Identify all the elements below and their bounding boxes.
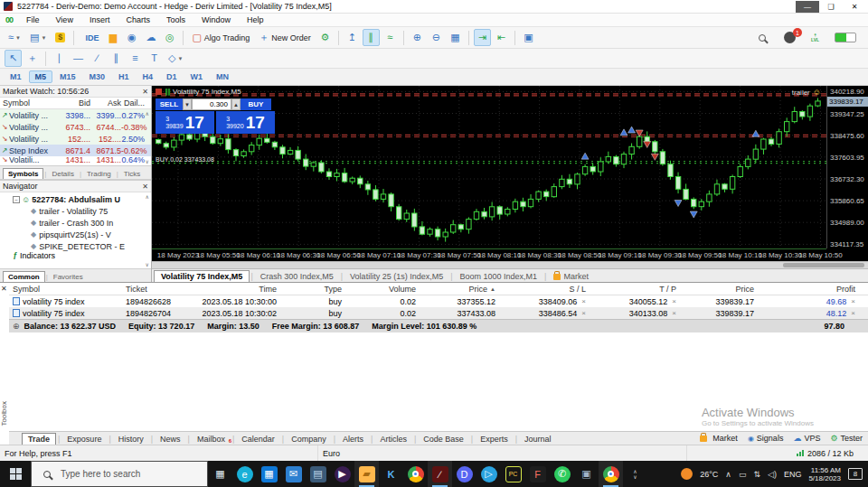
quotes-icon[interactable]: $ — [52, 29, 69, 46]
close-icon[interactable]: ✕ — [142, 183, 148, 191]
close-icon[interactable]: ✕ — [142, 88, 148, 96]
timeframe-d1[interactable]: D1 — [160, 70, 184, 83]
volume-input[interactable]: 0.300 — [192, 98, 231, 110]
sell-price-display[interactable]: 3 39839 17 — [156, 111, 214, 134]
menu-insert[interactable]: Insert — [81, 15, 118, 24]
timeframe-m5[interactable]: M5 — [29, 70, 53, 83]
close-position-icon[interactable]: × — [851, 309, 855, 317]
time-axis[interactable]: 18 May 202318 May 05:5018 May 06:1018 Ma… — [152, 248, 826, 260]
scroll-down-icon[interactable]: ∨ — [146, 158, 149, 164]
timeframe-m15[interactable]: M15 — [53, 70, 82, 83]
tab-news[interactable]: News — [155, 434, 186, 445]
notifications-icon[interactable]: 1 — [780, 29, 799, 46]
store-icon[interactable]: ▦ — [257, 461, 281, 487]
candles-chart-icon[interactable]: ∥ — [363, 29, 380, 46]
figma-icon[interactable]: F — [525, 461, 550, 487]
zoom-out-icon[interactable]: ⊖ — [428, 29, 445, 46]
task-view-icon[interactable]: ▦ — [208, 461, 232, 487]
navigator-expert-item[interactable]: ◆trailer - Volatility 75 — [0, 205, 151, 217]
close-icon[interactable]: ✕ — [1, 285, 7, 293]
menu-help[interactable]: Help — [239, 15, 272, 24]
maximize-button[interactable]: ❑ — [819, 1, 843, 13]
trade-column-header[interactable]: Price▲ — [420, 285, 499, 294]
start-button[interactable] — [0, 461, 31, 487]
battery-icon[interactable]: ▭ — [739, 470, 747, 479]
taskbar-search-input[interactable]: Type here to search — [31, 461, 208, 487]
mt5-icon[interactable]: ∕ — [428, 461, 452, 487]
search-icon[interactable] — [751, 29, 773, 46]
chrome-profile-icon[interactable] — [599, 461, 623, 487]
levels-icon[interactable]: ⇡LVL — [807, 29, 824, 46]
tab-code-base[interactable]: Code Base — [418, 434, 469, 445]
tray-expand-icon[interactable]: ∧ — [725, 470, 731, 479]
trendline-icon[interactable]: ∕ — [89, 50, 106, 67]
timeframe-mn[interactable]: MN — [210, 70, 235, 83]
trade-column-header[interactable]: Volume — [345, 285, 420, 294]
language-indicator[interactable]: ENG — [784, 470, 802, 479]
market-watch-row[interactable]: ↘Volatility ...6743...6744...-0.38% — [0, 121, 151, 133]
tab-favorites[interactable]: Favorites — [49, 272, 88, 282]
metaquotes-gear-icon[interactable]: ⚙ — [316, 29, 334, 46]
timeframe-h1[interactable]: H1 — [112, 70, 136, 83]
devices-icon[interactable]: ▣ — [574, 461, 599, 487]
navigator-expert-item[interactable]: ◆trailer - Crash 300 In — [0, 217, 151, 229]
close-position-icon[interactable]: × — [581, 297, 586, 305]
chrome-icon[interactable] — [403, 461, 428, 487]
volume-increase-button[interactable]: ▲ — [231, 98, 241, 110]
tile-windows-icon[interactable]: ▦ — [447, 29, 464, 46]
trade-table-row[interactable]: volatility 75 index18948267042023.05.18 … — [9, 307, 868, 319]
close-position-icon[interactable]: × — [672, 309, 676, 317]
whatsapp-icon[interactable]: ✆ — [550, 461, 574, 487]
tab-details[interactable]: Details — [47, 169, 78, 179]
channel-icon[interactable]: ∥ — [108, 50, 125, 67]
menu-file[interactable]: File — [18, 15, 48, 24]
timeframe-m30[interactable]: M30 — [83, 70, 112, 83]
tester-button[interactable]: ⚙Tester — [830, 434, 863, 443]
zoom-in-icon[interactable]: ⊕ — [409, 29, 426, 46]
auto-scroll-icon[interactable]: ⇥ — [474, 29, 491, 46]
tab-common[interactable]: Common — [3, 271, 45, 282]
notification-center-icon[interactable]: 8 — [848, 468, 863, 480]
trade-column-header[interactable]: T / P — [590, 285, 680, 294]
menu-view[interactable]: View — [48, 15, 81, 24]
market-watch-row[interactable]: ↘Volatility ...152....152....2.50% — [0, 133, 151, 145]
printer-icon[interactable]: ▤ — [306, 461, 330, 487]
menu-window[interactable]: Window — [193, 15, 239, 24]
trade-column-header[interactable]: Profit — [758, 285, 859, 294]
close-button[interactable]: ✕ — [843, 1, 866, 13]
chart-shift-icon[interactable]: ⇤ — [493, 29, 510, 46]
volume-icon[interactable]: ◁) — [768, 470, 777, 479]
temperature-text[interactable]: 26°C — [700, 470, 718, 479]
bars-chart-icon[interactable]: ↥ — [344, 29, 361, 46]
algo-trading-button[interactable]: ▢Algo Trading — [188, 29, 253, 46]
market-button[interactable]: Market — [700, 434, 738, 443]
timeframe-w1[interactable]: W1 — [184, 70, 210, 83]
vps-button[interactable]: ☁VPS — [793, 434, 820, 443]
text-icon[interactable]: T — [146, 50, 163, 67]
tab-experts[interactable]: Experts — [475, 434, 514, 445]
mail-icon[interactable]: ✉ — [281, 461, 306, 487]
collapse-icon[interactable]: − — [13, 196, 20, 203]
crosshair-icon[interactable]: ＋ — [24, 50, 41, 67]
market-watch-row[interactable]: ↗Step Index8671.48671.5-0.62% — [0, 145, 151, 156]
signals-icon[interactable]: ◉ — [123, 29, 140, 46]
cursor-icon[interactable]: ↖ — [5, 50, 22, 67]
ea-smiley-icon[interactable]: ☺ — [813, 88, 821, 97]
chart-tab-crash-300-index-m5[interactable]: Crash 300 Index,M5 — [254, 271, 340, 282]
minimize-button[interactable]: — — [796, 1, 819, 13]
market-watch-row[interactable]: ↗Volatility ...3398...3399...0.27% — [0, 109, 151, 121]
tab-mailbox[interactable]: Mailbox6 — [192, 434, 231, 445]
trade-table-row[interactable]: volatility 75 index18948266282023.05.18 … — [9, 295, 868, 307]
column-header-symbol[interactable]: Symbol — [0, 98, 60, 108]
menu-tools[interactable]: Tools — [158, 15, 193, 24]
market-lock-icon[interactable]: ▆ — [104, 29, 121, 46]
new-order-button[interactable]: ＋New Order — [255, 29, 315, 46]
column-header-ask[interactable]: Ask — [90, 98, 121, 108]
navigator-expert-item[interactable]: ◆pipsquirtV25(1s) - V — [0, 229, 151, 240]
close-position-icon[interactable]: × — [851, 297, 855, 305]
price-axis[interactable]: 340218.90339347.25338475.60337603.953367… — [826, 86, 868, 248]
ide-button[interactable]: IDE — [79, 29, 102, 46]
buy-price-display[interactable]: 3 39920 17 — [216, 111, 275, 134]
clock[interactable]: 11:56 AM 5/18/2023 — [808, 466, 841, 482]
taskbar-chevrons-icon[interactable]: ∧∨ — [623, 461, 647, 487]
